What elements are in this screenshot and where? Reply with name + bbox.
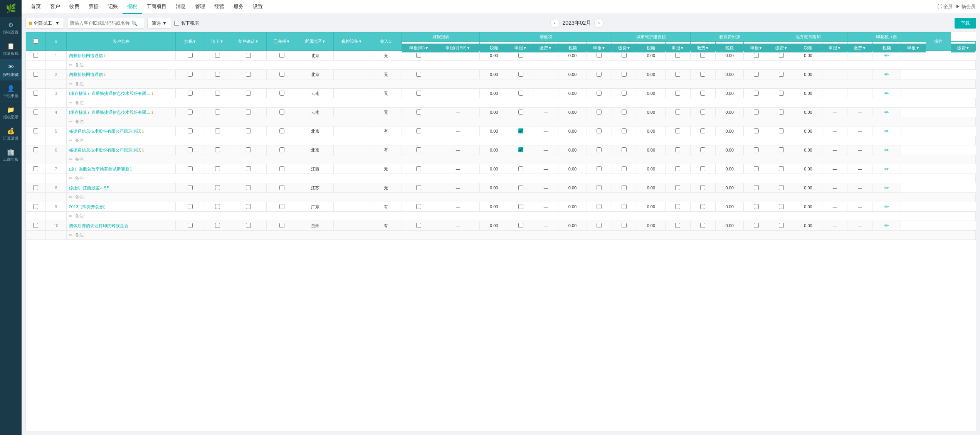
row-qingka[interactable]: [205, 183, 230, 193]
row-city-shenb[interactable]: [587, 126, 612, 136]
row-checkbox-cell[interactable]: [26, 108, 46, 117]
th-income[interactable]: 收入C: [370, 32, 402, 51]
row-confirm[interactable]: [230, 70, 267, 79]
th-zz-shenb2[interactable]: 申报▼: [587, 43, 612, 52]
edit-button[interactable]: ✏: [884, 147, 889, 153]
row-ops[interactable]: ✏: [872, 70, 901, 79]
row-confirm[interactable]: [230, 89, 267, 98]
row-le-jiaof[interactable]: [769, 202, 794, 212]
row-city-shenb[interactable]: [587, 108, 612, 117]
row-le-shenb[interactable]: [744, 221, 769, 231]
row-checkbox-cell[interactable]: [26, 126, 46, 136]
row-le-shenb[interactable]: [744, 183, 769, 193]
row-ops[interactable]: ✏: [872, 202, 901, 212]
nav-guanli[interactable]: 管理: [190, 0, 210, 14]
th-name[interactable]: 客户名称: [66, 32, 175, 51]
th-chaoshui[interactable]: 抄税▼: [175, 32, 205, 51]
fullscreen-btn[interactable]: ⛶ 全屏: [937, 3, 952, 10]
row-qingka[interactable]: [205, 70, 230, 79]
row-le-jiaof[interactable]: [769, 108, 794, 117]
row-chaoshui[interactable]: [175, 221, 205, 231]
row-edu-jiaof[interactable]: [690, 164, 715, 174]
employee-filter[interactable]: 全部员工 ▼: [25, 18, 64, 29]
row-qingka[interactable]: [205, 202, 230, 212]
row-checkbox-cell[interactable]: [26, 164, 46, 174]
row-checkbox-cell[interactable]: [26, 89, 46, 98]
row-name[interactable]: 勿删新锐网络通信ℹ: [66, 51, 175, 61]
th-confirm[interactable]: 客户确认▼: [230, 32, 267, 51]
th-caijin-year[interactable]: 申报(年)▼: [402, 43, 436, 52]
row-caijin-year[interactable]: [402, 89, 436, 98]
sidebar-item-piliang[interactable]: 📋 批量报税: [0, 38, 22, 59]
row-confirm[interactable]: [230, 51, 267, 61]
row-le-shenb[interactable]: [744, 89, 769, 98]
row-paid[interactable]: [267, 145, 297, 155]
row-city-jiaof[interactable]: [612, 164, 637, 174]
edit-button[interactable]: ✏: [884, 90, 889, 96]
row-ops[interactable]: ✏: [872, 183, 901, 193]
row-zz-shenb[interactable]: [508, 126, 533, 136]
row-paid[interactable]: [267, 89, 297, 98]
row-le-jiaof[interactable]: [769, 145, 794, 155]
row-name[interactable]: 畅捷通信息技术股份有限公司民珠测试ℹ: [66, 145, 175, 155]
row-le-jiaof[interactable]: [769, 164, 794, 174]
row-caijin-year[interactable]: [402, 221, 436, 231]
row-remark[interactable]: ✏ 备注:: [66, 174, 951, 183]
row-confirm[interactable]: [230, 202, 267, 212]
row-ops[interactable]: ✏: [872, 221, 901, 231]
row-city-jiaof[interactable]: [612, 70, 637, 79]
row-edu-jiaof[interactable]: [690, 145, 715, 155]
row-le-shenb[interactable]: [744, 126, 769, 136]
row-le-jiaof[interactable]: [769, 89, 794, 98]
row-caijin-year[interactable]: [402, 108, 436, 117]
sidebar-item-records[interactable]: 📁 报税记录: [0, 102, 22, 123]
row-edu-shenb[interactable]: [665, 108, 690, 117]
row-ops[interactable]: ✏: [872, 126, 901, 136]
row-city-shenb[interactable]: [587, 202, 612, 212]
edit-button[interactable]: ✏: [884, 128, 889, 134]
edit-button[interactable]: ✏: [884, 166, 889, 172]
row-confirm[interactable]: [230, 108, 267, 117]
row-qingka[interactable]: [205, 221, 230, 231]
row-checkbox[interactable]: [33, 110, 38, 115]
row-edu-shenb[interactable]: [665, 202, 690, 212]
row-edu-jiaof[interactable]: [690, 70, 715, 79]
table-container[interactable]: # 客户名称 抄税▼ 清卡▼ 客户确认▼ 已完税▼ 所属地区▼ 税控设备▼ 收入…: [25, 32, 976, 431]
row-le-shenb[interactable]: [744, 70, 769, 79]
row-chaoshui[interactable]: [175, 145, 205, 155]
row-chaoshui[interactable]: [175, 164, 205, 174]
row-qingka[interactable]: [205, 126, 230, 136]
row-le-jiaof[interactable]: [769, 221, 794, 231]
row-name[interactable]: (勿删）江西股宝-LSS: [66, 183, 175, 193]
row-edu-jiaof[interactable]: [690, 202, 715, 212]
row-qingka[interactable]: [205, 89, 230, 98]
th-zz-jiaof2[interactable]: 缴费▼: [612, 43, 637, 52]
edit-button[interactable]: ✏: [884, 109, 889, 115]
row-name[interactable]: (库存核算）直播畅捷通信息技术股份有限...ℹ: [66, 108, 175, 117]
row-chaoshui[interactable]: [175, 108, 205, 117]
row-city-jiaof[interactable]: [612, 202, 637, 212]
row-confirm[interactable]: [230, 183, 267, 193]
row-city-jiaof[interactable]: [612, 221, 637, 231]
th-st-jiaof[interactable]: 缴费▼: [951, 43, 976, 52]
row-chaoshui[interactable]: [175, 202, 205, 212]
edit-button[interactable]: ✏: [884, 185, 889, 191]
row-remark[interactable]: ✏ 备注:: [66, 212, 951, 221]
row-caijin-year[interactable]: [402, 70, 436, 79]
row-edu-jiaof[interactable]: [690, 108, 715, 117]
row-checkbox[interactable]: [33, 185, 38, 190]
row-qingka[interactable]: [205, 145, 230, 155]
row-name[interactable]: 2013（陶美芳勿删）: [66, 202, 175, 212]
row-zz-shenb[interactable]: [508, 70, 533, 79]
th-device[interactable]: 税控设备▼: [333, 32, 370, 51]
mingxia-checkbox[interactable]: [174, 21, 179, 26]
row-remark[interactable]: ✏ 备注:: [66, 61, 951, 70]
nav-shoufei[interactable]: 收费: [65, 0, 84, 14]
edit-button[interactable]: ✏: [884, 223, 889, 229]
row-confirm[interactable]: [230, 164, 267, 174]
nav-fuwu[interactable]: 服务: [229, 0, 248, 14]
row-zz-shenb[interactable]: [508, 89, 533, 98]
row-checkbox-cell[interactable]: [26, 70, 46, 79]
sidebar-item-gongshang[interactable]: 🏢 工商年报: [0, 144, 22, 165]
row-caijin-year[interactable]: [402, 183, 436, 193]
